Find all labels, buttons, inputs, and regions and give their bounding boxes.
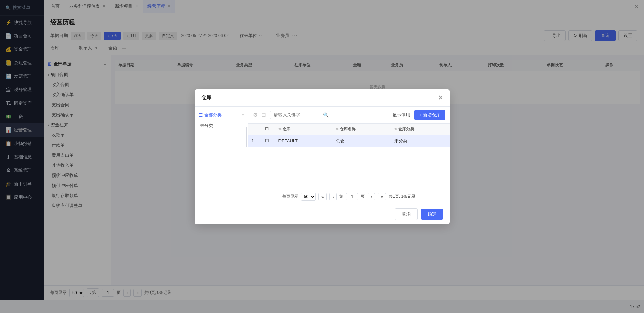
all-category-label: 全部分类 xyxy=(204,112,222,118)
add-warehouse-button[interactable]: + 新增仓库 xyxy=(414,110,445,120)
modal-page-suffix: 页 xyxy=(361,194,365,199)
row-code: DEFAULT xyxy=(275,135,333,147)
modal-warehouse: 仓库 ✕ ☰ 全部分类 « 未分类 xyxy=(195,89,450,224)
modal-last-btn[interactable]: » xyxy=(378,193,386,200)
modal-total-label: 共1页, 1条记录 xyxy=(389,194,416,199)
row-num: 1 xyxy=(248,135,262,147)
modal-search-box: 🔍 xyxy=(270,111,332,119)
modal-col-code: ⇅ 仓库... xyxy=(275,124,333,135)
row-name: 总仓 xyxy=(332,135,391,147)
modal-table: ☐ ⇅ 仓库... ⇅ 仓库名称 ⇅ xyxy=(248,124,450,147)
modal-sidebar-uncategorized[interactable]: 未分类 xyxy=(195,120,248,131)
modal-prev-btn[interactable]: ‹ xyxy=(329,193,337,200)
modal-header: 仓库 ✕ xyxy=(195,89,450,107)
row-check[interactable]: ☐ xyxy=(262,135,275,147)
modal-checkbox-col: ☐ xyxy=(262,112,266,118)
modal-per-page-label: 每页显示 xyxy=(282,194,298,199)
modal-table-wrapper: ☐ ⇅ 仓库... ⇅ 仓库名称 ⇅ xyxy=(248,124,450,189)
modal-footer: 取消 确定 xyxy=(195,204,450,224)
sort-icon-category: ⇅ xyxy=(394,127,397,131)
modal-col-category: ⇅ 仓库分类 xyxy=(391,124,450,135)
row-category: 未分类 xyxy=(391,135,450,147)
show-disabled-checkbox[interactable] xyxy=(387,113,391,117)
modal-body: ☰ 全部分类 « 未分类 ⚙ xyxy=(195,107,450,204)
modal-pagination: 每页显示 50 « ‹ 第 页 › » 共1页, 1条记录 xyxy=(248,189,450,204)
modal-search-input[interactable] xyxy=(274,112,321,117)
modal-col-num xyxy=(248,124,262,135)
modal-search-icon: 🔍 xyxy=(323,112,329,118)
modal-page-label: 第 xyxy=(339,194,343,199)
modal-cancel-btn[interactable]: 取消 xyxy=(395,208,418,220)
modal-sidebar-header: ☰ 全部分类 « xyxy=(195,110,248,120)
modal-main: ⚙ ☐ 🔍 显示停用 xyxy=(248,107,450,204)
modal-next-btn[interactable]: › xyxy=(368,193,375,200)
sort-icon-code: ⇅ xyxy=(278,127,281,131)
all-category-icon: ☰ xyxy=(199,112,203,118)
modal-sidebar-collapse[interactable]: « xyxy=(241,112,244,117)
show-disabled-label[interactable]: 显示停用 xyxy=(387,112,410,118)
modal-sidebar: ☰ 全部分类 « 未分类 xyxy=(195,107,248,204)
plus-icon: + xyxy=(419,112,422,117)
modal-per-page-select[interactable]: 50 xyxy=(301,193,316,201)
modal-close-btn[interactable]: ✕ xyxy=(438,94,443,102)
modal-first-btn[interactable]: « xyxy=(318,193,327,200)
modal-toolbar: ⚙ ☐ 🔍 显示停用 xyxy=(248,107,450,124)
modal-col-check: ☐ xyxy=(262,124,275,135)
modal-page-input[interactable] xyxy=(346,193,358,200)
modal-confirm-btn[interactable]: 确定 xyxy=(421,209,443,220)
modal-col-name: ⇅ 仓库名称 xyxy=(332,124,391,135)
modal-gear-icon[interactable]: ⚙ xyxy=(253,112,258,118)
modal-table-row[interactable]: 1 ☐ DEFAULT 总仓 未分类 xyxy=(248,135,450,147)
sort-icon-name: ⇅ xyxy=(336,127,338,131)
modal-title: 仓库 xyxy=(201,94,211,101)
modal-overlay: 仓库 ✕ ☰ 全部分类 « 未分类 xyxy=(0,0,644,313)
modal-sidebar-scrollbar xyxy=(246,127,247,147)
